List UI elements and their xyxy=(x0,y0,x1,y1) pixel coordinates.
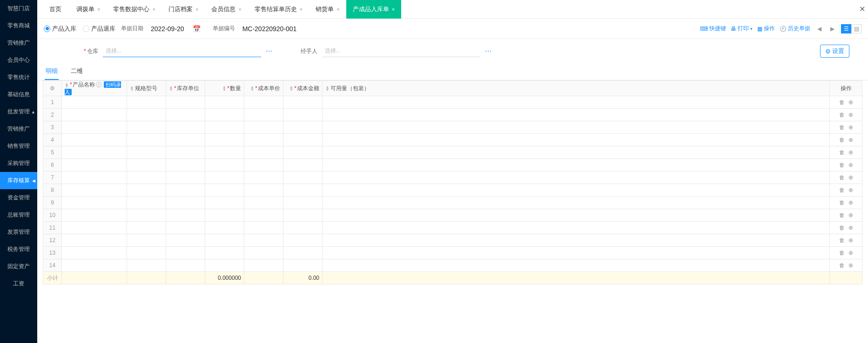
cell[interactable] xyxy=(244,234,283,247)
cell[interactable] xyxy=(244,197,283,209)
cell[interactable] xyxy=(323,259,830,272)
delete-icon[interactable]: 🗑 xyxy=(839,112,845,118)
cell[interactable] xyxy=(62,96,127,109)
add-icon[interactable]: ⊕ xyxy=(848,162,853,168)
sidebar-item-1[interactable]: 零售商城 xyxy=(0,17,37,34)
cell[interactable] xyxy=(62,121,127,134)
cell[interactable] xyxy=(166,209,205,222)
table-row[interactable]: 6🗑⊕ xyxy=(43,159,862,172)
cell[interactable] xyxy=(283,247,323,259)
warehouse-input[interactable]: 选择... xyxy=(103,45,261,57)
cell[interactable] xyxy=(323,109,830,121)
cell[interactable] xyxy=(62,134,127,146)
cell[interactable] xyxy=(244,259,283,272)
delete-icon[interactable]: 🗑 xyxy=(839,237,845,244)
col-qty[interactable]: ▲▼*数量 xyxy=(205,81,244,96)
cell[interactable] xyxy=(127,184,166,197)
cell[interactable] xyxy=(127,247,166,259)
cell[interactable] xyxy=(62,222,127,234)
cell[interactable] xyxy=(62,172,127,184)
shortcut-link[interactable]: ⌨快捷键 xyxy=(700,25,726,33)
gear-header[interactable]: ⚙ xyxy=(43,81,62,96)
col-avail[interactable]: ▲▼可用量（包装） xyxy=(323,81,830,96)
cell[interactable] xyxy=(166,109,205,121)
close-icon[interactable]: × xyxy=(97,7,100,12)
close-icon[interactable]: × xyxy=(392,7,395,12)
sidebar-item-8[interactable]: 销售管理 xyxy=(0,138,37,155)
table-row[interactable]: 9🗑⊕ xyxy=(43,197,862,209)
cell[interactable] xyxy=(62,184,127,197)
cell[interactable] xyxy=(166,121,205,134)
cell[interactable] xyxy=(205,134,244,146)
cell[interactable] xyxy=(62,159,127,172)
delete-icon[interactable]: 🗑 xyxy=(839,199,845,206)
add-icon[interactable]: ⊕ xyxy=(848,137,853,143)
cell[interactable] xyxy=(62,146,127,159)
delete-icon[interactable]: 🗑 xyxy=(839,174,845,181)
cell[interactable] xyxy=(205,96,244,109)
tab-6[interactable]: 产成品入库单× xyxy=(346,0,401,19)
delete-icon[interactable]: 🗑 xyxy=(839,212,845,218)
close-all-icon[interactable]: ✕ xyxy=(859,5,865,13)
tab-5[interactable]: 销货单× xyxy=(309,0,346,19)
date-value[interactable]: 2022-09-20 xyxy=(151,25,184,33)
cell[interactable] xyxy=(166,96,205,109)
sidebar-item-7[interactable]: 营销推广 xyxy=(0,120,37,138)
cell[interactable] xyxy=(323,134,830,146)
cell[interactable] xyxy=(127,96,166,109)
cell[interactable] xyxy=(205,197,244,209)
add-icon[interactable]: ⊕ xyxy=(848,112,853,118)
cell[interactable] xyxy=(166,259,205,272)
table-row[interactable]: 12🗑⊕ xyxy=(43,234,862,247)
tab-3[interactable]: 会员信息× xyxy=(205,0,248,19)
cell[interactable] xyxy=(244,247,283,259)
cell[interactable] xyxy=(205,234,244,247)
cell[interactable] xyxy=(244,109,283,121)
cell[interactable] xyxy=(283,222,323,234)
add-icon[interactable]: ⊕ xyxy=(848,174,853,181)
add-icon[interactable]: ⊕ xyxy=(848,224,853,231)
cell[interactable] xyxy=(205,121,244,134)
cell[interactable] xyxy=(205,146,244,159)
sidebar-item-6[interactable]: 批发管理▲ xyxy=(0,103,37,120)
cell[interactable] xyxy=(283,96,323,109)
close-icon[interactable]: × xyxy=(238,7,241,12)
delete-icon[interactable]: 🗑 xyxy=(839,99,845,106)
table-row[interactable]: 4🗑⊕ xyxy=(43,134,862,146)
cell[interactable] xyxy=(166,146,205,159)
cell[interactable] xyxy=(244,184,283,197)
cell[interactable] xyxy=(323,184,830,197)
cell[interactable] xyxy=(323,209,830,222)
col-product[interactable]: ▲▼*产品名称? 扫码录入 xyxy=(62,81,127,96)
prev-doc-icon[interactable]: ◀ xyxy=(815,25,823,33)
sidebar-item-5[interactable]: 基础信息 xyxy=(0,86,37,103)
cell[interactable] xyxy=(62,234,127,247)
cell[interactable] xyxy=(127,259,166,272)
cell[interactable] xyxy=(283,172,323,184)
handler-more-icon[interactable]: ⋯ xyxy=(485,47,492,55)
table-row[interactable]: 3🗑⊕ xyxy=(43,121,862,134)
delete-icon[interactable]: 🗑 xyxy=(839,149,845,156)
delete-icon[interactable]: 🗑 xyxy=(839,137,845,143)
close-icon[interactable]: × xyxy=(300,7,303,12)
help-icon[interactable]: ? xyxy=(96,82,101,87)
sidebar-item-13[interactable]: 发票管理 xyxy=(0,224,37,241)
delete-icon[interactable]: 🗑 xyxy=(839,250,845,256)
calendar-icon[interactable]: 📅 xyxy=(193,25,201,33)
tab-4[interactable]: 零售结算单历史× xyxy=(248,0,309,19)
cell[interactable] xyxy=(127,209,166,222)
settings-button[interactable]: ⚙设置 xyxy=(820,45,849,58)
col-unit[interactable]: ▲▼*库存单位 xyxy=(166,81,205,96)
cell[interactable] xyxy=(205,172,244,184)
cell[interactable] xyxy=(283,146,323,159)
cell[interactable] xyxy=(166,184,205,197)
cell[interactable] xyxy=(62,209,127,222)
cell[interactable] xyxy=(62,109,127,121)
cell[interactable] xyxy=(283,184,323,197)
cell[interactable] xyxy=(62,197,127,209)
cell[interactable] xyxy=(127,197,166,209)
cell[interactable] xyxy=(127,172,166,184)
table-row[interactable]: 13🗑⊕ xyxy=(43,247,862,259)
table-row[interactable]: 7🗑⊕ xyxy=(43,172,862,184)
cell[interactable] xyxy=(244,222,283,234)
